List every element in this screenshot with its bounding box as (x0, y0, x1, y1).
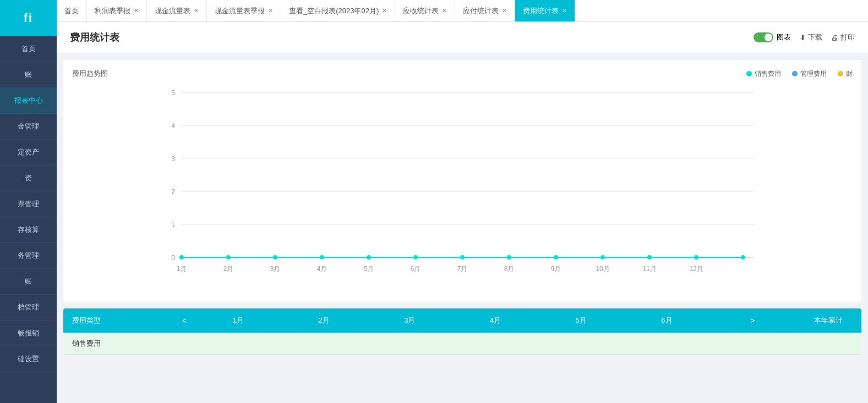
th-next-arrow[interactable]: > (709, 316, 795, 325)
svg-text:5: 5 (171, 89, 175, 97)
th-month-1: 1月 (195, 316, 281, 325)
svg-point-18 (413, 255, 418, 260)
tab-payable[interactable]: 应付统计表 ✕ (455, 0, 515, 21)
chart-toggle[interactable] (754, 32, 773, 42)
tab-close-receivable[interactable]: ✕ (442, 7, 447, 14)
print-button[interactable]: 🖨 打印 (831, 32, 855, 42)
main-area: 首页 利润表季报 ✕ 现金流量表 ✕ 现金流量表季报 ✕ 查看_空白报表(202… (57, 0, 868, 403)
svg-text:9月: 9月 (551, 265, 561, 273)
th-month-6: 6月 (624, 316, 710, 325)
legend-label-finance: 财 (846, 69, 853, 79)
sidebar-item-assets[interactable]: 定资产 (0, 140, 57, 165)
svg-point-23 (647, 255, 652, 260)
chart-toggle-label: 图表 (777, 32, 791, 42)
sidebar-item-account[interactable]: 账 (0, 62, 57, 88)
tab-bar: 首页 利润表季报 ✕ 现金流量表 ✕ 现金流量表季报 ✕ 查看_空白报表(202… (57, 0, 868, 22)
tab-close-cashflow-quarterly[interactable]: ✕ (268, 7, 273, 14)
tab-close-profit-quarterly[interactable]: ✕ (134, 7, 139, 14)
th-type: 费用类型 (63, 316, 173, 325)
svg-point-13 (179, 255, 184, 260)
svg-text:11月: 11月 (642, 265, 656, 273)
td-type-sales: 销售费用 (63, 339, 173, 349)
header-actions: 图表 ⬇ 下载 🖨 打印 (754, 32, 855, 42)
svg-point-17 (367, 255, 371, 260)
legend-finance-expense: 财 (838, 69, 853, 79)
sidebar-item-home[interactable]: 首页 (0, 36, 57, 62)
page-content: 费用统计表 图表 ⬇ 下载 🖨 打印 费用趋势图 (57, 22, 868, 403)
svg-point-22 (600, 255, 605, 260)
legend-dot-admin (792, 71, 798, 76)
th-prev-arrow[interactable]: < (173, 316, 195, 325)
svg-point-21 (554, 255, 558, 260)
sidebar-item-cash[interactable]: 金管理 (0, 114, 57, 140)
th-total: 本年累计 (795, 316, 861, 325)
tab-cashflow-quarterly[interactable]: 现金流量表季报 ✕ (207, 0, 281, 21)
svg-point-24 (694, 255, 698, 260)
page-header: 费用统计表 图表 ⬇ 下载 🖨 打印 (57, 22, 868, 53)
svg-text:5月: 5月 (364, 265, 374, 273)
svg-point-14 (226, 255, 231, 260)
tab-expense-stats[interactable]: 费用统计表 ✕ (515, 0, 575, 21)
table-row-sales: 销售费用 (63, 333, 861, 355)
print-icon: 🖨 (831, 34, 838, 42)
legend-dot-sales (746, 71, 752, 76)
th-month-4: 4月 (452, 316, 538, 325)
sidebar-item-archive[interactable]: 档管理 (0, 295, 57, 321)
sidebar: fi 首页 账 报表中心 金管理 定资产 资 票管理 存核算 务管理 账 档管理… (0, 0, 57, 403)
sidebar-logo: fi (0, 0, 57, 36)
svg-point-19 (460, 255, 465, 260)
sidebar-item-ledger[interactable]: 账 (0, 269, 57, 295)
svg-text:12月: 12月 (689, 265, 703, 273)
svg-point-20 (507, 255, 511, 260)
chart-section: 费用趋势图 销售费用 管理费用 财 (63, 60, 861, 302)
svg-text:2月: 2月 (223, 265, 234, 273)
svg-point-16 (320, 255, 324, 260)
svg-text:4: 4 (171, 122, 175, 130)
sidebar-item-settings[interactable]: 础设置 (0, 346, 57, 372)
tab-receivable[interactable]: 应收统计表 ✕ (395, 0, 455, 21)
svg-text:0: 0 (171, 254, 175, 262)
sidebar-item-tickets[interactable]: 票管理 (0, 191, 57, 217)
chart-title: 费用趋势图 (72, 69, 108, 79)
page-title: 费用统计表 (70, 31, 119, 44)
legend-sales-expense: 销售费用 (746, 69, 781, 79)
chart-area: 0 1 2 3 4 5 (72, 84, 853, 293)
svg-text:1: 1 (171, 221, 175, 229)
download-icon: ⬇ (800, 34, 806, 42)
sidebar-item-reports[interactable]: 报表中心 (0, 88, 57, 114)
svg-text:7月: 7月 (457, 265, 468, 273)
th-month-3: 3月 (367, 316, 452, 325)
tab-close-cashflow[interactable]: ✕ (194, 7, 199, 14)
chart-legend: 销售费用 管理费用 财 (746, 69, 853, 79)
svg-text:6月: 6月 (411, 265, 421, 273)
th-month-2: 2月 (281, 316, 367, 325)
sidebar-item-affairs[interactable]: 务管理 (0, 243, 57, 269)
download-button[interactable]: ⬇ 下载 (800, 32, 822, 42)
table-header: 费用类型 < 1月 2月 3月 4月 5月 6月 > 本年累计 (63, 308, 861, 333)
svg-text:8月: 8月 (504, 265, 515, 273)
svg-point-25 (741, 255, 745, 260)
svg-text:2: 2 (171, 188, 175, 196)
chart-header: 费用趋势图 销售费用 管理费用 财 (72, 69, 853, 79)
tab-close-expense-stats[interactable]: ✕ (562, 7, 567, 14)
svg-text:3: 3 (171, 155, 175, 163)
th-month-5: 5月 (538, 316, 624, 325)
legend-dot-finance (838, 71, 843, 76)
legend-label-admin: 管理费用 (800, 69, 827, 79)
tab-home[interactable]: 首页 (57, 0, 87, 21)
svg-text:10月: 10月 (596, 265, 609, 273)
chart-toggle-wrap: 图表 (754, 32, 791, 42)
tab-blank-report[interactable]: 查看_空白报表(2023年02月) ✕ (281, 0, 395, 21)
svg-text:4月: 4月 (317, 265, 327, 273)
svg-text:1月: 1月 (177, 265, 187, 273)
tab-close-blank-report[interactable]: ✕ (382, 7, 387, 14)
svg-point-15 (273, 255, 277, 260)
sidebar-item-expense[interactable]: 畅报销 (0, 321, 57, 346)
tab-profit-quarterly[interactable]: 利润表季报 ✕ (87, 0, 147, 21)
tab-cashflow[interactable]: 现金流量表 ✕ (147, 0, 207, 21)
sidebar-item-capital[interactable]: 资 (0, 165, 57, 191)
legend-label-sales: 销售费用 (755, 69, 781, 79)
sidebar-item-inventory[interactable]: 存核算 (0, 217, 57, 243)
table-section: 费用类型 < 1月 2月 3月 4月 5月 6月 > 本年累计 销售费用 (63, 308, 861, 355)
tab-close-payable[interactable]: ✕ (502, 7, 507, 14)
